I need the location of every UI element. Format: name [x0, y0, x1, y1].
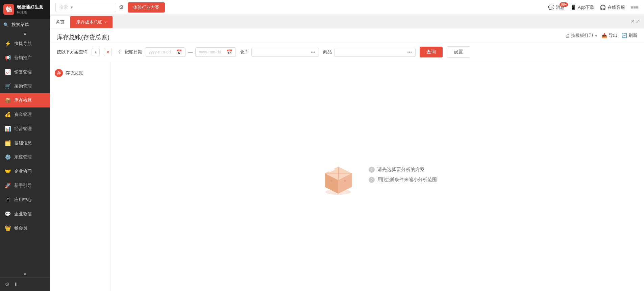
date-start-input[interactable]: yyyy-mm-dd 📅	[145, 47, 185, 57]
sidebar-item-sales[interactable]: 📈 销售管理	[0, 65, 50, 79]
print-icon: 🖨	[565, 33, 570, 38]
empty-tip-1: 1 请先选择要分析的方案	[369, 167, 437, 173]
sidebar-item-vip[interactable]: 👑 畅会员	[0, 221, 50, 235]
content-area: 库存总账(存货总账) 🖨 按模板打印 ▾ 📤 导出 🔄 刷新 按以下方案查	[50, 28, 644, 291]
purchase-icon: 🛒	[5, 83, 11, 89]
sidebar-footer: ⚙ ⏸	[0, 277, 50, 291]
settings-icon[interactable]: ⚙	[5, 281, 9, 288]
sidebar-item-basic-info[interactable]: 🗂️ 基础信息	[0, 136, 50, 150]
sidebar-search[interactable]: 🔍 搜索菜单	[0, 19, 50, 30]
date-dash: —	[188, 50, 193, 55]
sidebar-item-finance[interactable]: 💰 资金管理	[0, 107, 50, 122]
scheme-item-icon: 存	[55, 69, 63, 77]
sidebar-item-label: 基础信息	[14, 140, 32, 146]
sidebar-item-beginner[interactable]: 🚀 新手引导	[0, 178, 50, 193]
query-btn[interactable]: 查询	[420, 47, 443, 57]
basic-info-icon: 🗂️	[5, 140, 11, 146]
app-version: 标准版	[17, 10, 43, 15]
sidebar-item-label: 资金管理	[14, 112, 32, 118]
support-label: 在线客服	[608, 4, 625, 10]
export-btn[interactable]: 📤 导出	[601, 32, 617, 39]
sidebar-item-marketing[interactable]: 📢 营销推广	[0, 51, 50, 65]
user-menu[interactable]: ■■■	[630, 5, 639, 10]
filter-del-btn[interactable]: ✕	[104, 48, 112, 56]
sidebar-item-quick-nav[interactable]: ⚡ 快捷导航	[0, 37, 50, 51]
calendar-end-icon: 📅	[226, 49, 232, 55]
goods-label: 商品	[323, 49, 332, 55]
sidebar-item-wechat[interactable]: 💬 企业微信	[0, 207, 50, 221]
user-name: ■■■	[630, 5, 639, 10]
beginner-icon: 🚀	[5, 183, 11, 189]
filter-label: 按以下方案查询	[57, 49, 88, 55]
topbar-search-box[interactable]: 搜索 ▾	[55, 3, 116, 12]
scroll-down-btn[interactable]: ▼	[0, 271, 50, 277]
topbar-search-placeholder: 搜索	[59, 4, 68, 10]
topbar-right: 💬 消息 99+ 📱 App下载 🎧 在线客服 ■■■	[548, 4, 639, 10]
calendar-start-icon: 📅	[176, 49, 182, 55]
empty-tips: 1 请先选择要分析的方案 2 用[过滤]条件来缩小分析范围	[369, 167, 437, 187]
sidebar-item-label: 营销推广	[14, 55, 32, 61]
app-center-icon: 📱	[5, 197, 11, 203]
sidebar-item-app-center[interactable]: 📱 应用中心	[0, 193, 50, 207]
filter-collapse-btn[interactable]: 《	[116, 49, 121, 55]
tip-text-1: 请先选择要分析的方案	[377, 167, 425, 173]
date-filter: 记账日期 yyyy-mm-dd 📅 — yyyy-mm-dd 📅	[125, 47, 236, 57]
sidebar-item-inventory[interactable]: 📦 库存核算	[0, 93, 50, 107]
app-download-btn[interactable]: 📱 App下载	[570, 4, 594, 10]
sidebar-item-enterprise[interactable]: 🤝 企业协同	[0, 164, 50, 178]
print-btn[interactable]: 🖨 按模板打印 ▾	[565, 32, 597, 39]
vip-icon: 👑	[5, 225, 11, 231]
sidebar-logo: 畅 畅捷通好生意 标准版	[0, 0, 50, 19]
tab-active-label: 库存成本总账	[76, 19, 102, 25]
filter-area: 按以下方案查询 + ✕ 《 记账日期 yyyy-mm-dd 📅 — yyyy-m…	[50, 42, 644, 62]
tab-inventory-ledger[interactable]: 库存成本总账 ×	[70, 16, 113, 28]
chevron-down-icon: ▾	[71, 5, 73, 10]
page-header-actions: 🖨 按模板打印 ▾ 📤 导出 🔄 刷新	[565, 32, 637, 42]
headset-icon: 🎧	[600, 4, 606, 10]
sidebar-item-operations[interactable]: 📊 经营管理	[0, 122, 50, 136]
wechat-icon: 💬	[5, 211, 11, 217]
scheme-item-inventory-ledger[interactable]: 存 存货总账	[50, 66, 110, 80]
app-download-label: App下载	[578, 4, 594, 10]
close-all-tabs-icon[interactable]: ×	[631, 18, 635, 25]
empty-illustration	[318, 156, 358, 197]
inventory-icon: 📦	[5, 97, 11, 103]
tip-num-2: 2	[369, 177, 375, 183]
tab-home[interactable]: 首页	[50, 16, 70, 28]
tabs-bar: 首页 库存成本总账 × × ⤢	[50, 15, 644, 28]
goods-filter: 商品 •••	[323, 48, 416, 57]
topbar-gear-icon[interactable]: ⚙	[119, 4, 124, 10]
message-btn[interactable]: 💬 消息 99+	[548, 4, 565, 10]
warehouse-more-icon: •••	[311, 50, 315, 55]
scroll-up-btn[interactable]: ▲	[0, 30, 50, 37]
print-label: 按模板打印	[571, 32, 593, 39]
scheme-item-label: 存货总账	[66, 70, 83, 76]
svg-point-9	[344, 180, 346, 182]
system-icon: ⚙️	[5, 154, 11, 160]
resize-icon[interactable]: ⤢	[636, 19, 640, 24]
data-area: 存 存货总账	[50, 62, 644, 291]
goods-input[interactable]: •••	[335, 48, 416, 57]
date-end-input[interactable]: yyyy-mm-dd 📅	[195, 47, 236, 57]
app-logo-icon: 畅	[3, 4, 14, 15]
topbar-search-area: 搜索 ▾ ⚙ 体验行业方案	[55, 2, 548, 13]
settings-btn[interactable]: 设置	[447, 46, 470, 58]
sidebar-item-purchase[interactable]: 🛒 采购管理	[0, 79, 50, 93]
app-logo-text: 畅捷通好生意 标准版	[17, 4, 43, 15]
sidebar-item-label: 快捷导航	[14, 41, 32, 47]
sidebar-item-label: 应用中心	[14, 197, 32, 203]
sidebar-item-system[interactable]: ⚙️ 系统管理	[0, 150, 50, 164]
sidebar-item-label: 系统管理	[14, 154, 32, 160]
support-btn[interactable]: 🎧 在线客服	[600, 4, 625, 10]
audio-icon[interactable]: ⏸	[14, 282, 19, 288]
empty-tip-2: 2 用[过滤]条件来缩小分析范围	[369, 177, 437, 183]
filter-add-btn[interactable]: +	[92, 48, 100, 56]
page-header: 库存总账(存货总账) 🖨 按模板打印 ▾ 📤 导出 🔄 刷新	[50, 28, 644, 42]
industry-btn[interactable]: 体验行业方案	[128, 2, 165, 13]
warehouse-input[interactable]: •••	[251, 48, 319, 57]
date-filter-label: 记账日期	[125, 49, 142, 55]
tab-close-icon[interactable]: ×	[104, 20, 107, 25]
scheme-panel: 存 存货总账	[50, 62, 111, 291]
operations-icon: 📊	[5, 126, 11, 132]
refresh-btn[interactable]: 🔄 刷新	[621, 32, 637, 39]
